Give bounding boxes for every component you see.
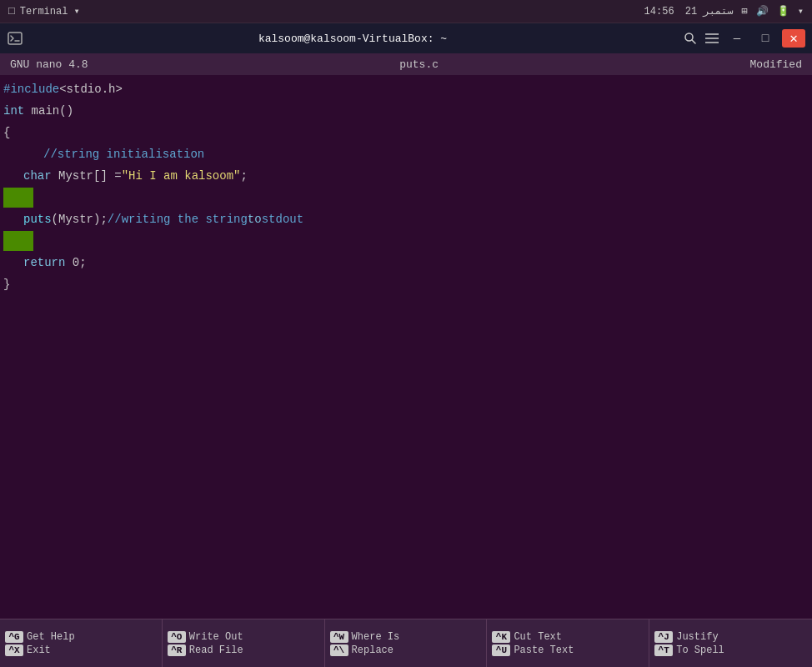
svg-line-3	[692, 40, 695, 43]
editor-area[interactable]: #include<stdio.h> int main() { //string …	[0, 75, 812, 619]
code-line-3: {	[0, 122, 812, 143]
nano-header: GNU nano 4.8 puts.c Modified	[0, 53, 812, 75]
code-line-8	[0, 230, 812, 252]
shortcut-get-help[interactable]: ^G Get Help ^X Exit	[0, 619, 163, 667]
shortcut-justify[interactable]: ^J Justify ^T To Spell	[649, 619, 812, 667]
close-button[interactable]: ✕	[782, 29, 805, 48]
code-line-7: puts (Mystr); //writing the string to st…	[0, 208, 812, 230]
nano-filename: puts.c	[399, 58, 439, 71]
app-label[interactable]: Terminal ▾	[20, 5, 80, 18]
line-highlight-1	[3, 188, 33, 208]
nano-version: GNU nano 4.8	[10, 58, 88, 71]
date-time: 14:56 21 ستمبر	[644, 5, 734, 18]
dropdown-icon[interactable]: ▾	[798, 5, 804, 18]
hamburger-menu-button[interactable]	[704, 30, 720, 47]
search-button[interactable]	[682, 30, 699, 47]
code-line-10: }	[0, 273, 812, 295]
shortcut-cut-text[interactable]: ^K Cut Text ^U Paste Text	[487, 619, 649, 667]
title-bar-controls: — □ ✕	[682, 29, 805, 48]
line-highlight-2	[3, 231, 33, 251]
network-icon: ⊞	[742, 5, 748, 18]
svg-rect-0	[8, 33, 22, 44]
shortcut-bar: ^G Get Help ^X Exit ^O Write Out ^R Read…	[0, 619, 812, 667]
window-title: kalsoom@kalsoom-VirtualBox: ~	[23, 33, 682, 45]
new-terminal-icon[interactable]	[7, 30, 23, 47]
battery-icon: 🔋	[777, 5, 789, 18]
system-bar-right: 14:56 21 ستمبر ⊞ 🔊 🔋 ▾	[644, 5, 804, 18]
system-bar-left: □ Terminal ▾	[8, 5, 80, 18]
code-line-4: //string initialisation	[0, 143, 812, 165]
terminal-window-icon: □	[8, 5, 15, 18]
maximize-button[interactable]: □	[754, 29, 777, 48]
code-line-5: char Mystr[] = "Hi I am kalsoom" ;	[0, 165, 812, 187]
code-line-2: int main()	[0, 100, 812, 122]
shortcut-write-out[interactable]: ^O Write Out ^R Read File	[163, 619, 325, 667]
shortcut-where-is[interactable]: ^W Where Is ^\ Replace	[325, 619, 488, 667]
code-include-keyword: #include	[3, 83, 59, 96]
volume-icon: 🔊	[756, 5, 769, 18]
system-bar: □ Terminal ▾ 14:56 21 ستمبر ⊞ 🔊 🔋 ▾	[0, 0, 812, 23]
nano-status: Modified	[750, 58, 802, 71]
title-bar: kalsoom@kalsoom-VirtualBox: ~ — □ ✕	[0, 23, 812, 53]
minimize-button[interactable]: —	[725, 29, 749, 48]
code-line-6	[0, 187, 812, 208]
code-line-9: return 0;	[0, 252, 812, 273]
code-line-1: #include<stdio.h>	[0, 78, 812, 100]
title-bar-left	[7, 30, 23, 47]
